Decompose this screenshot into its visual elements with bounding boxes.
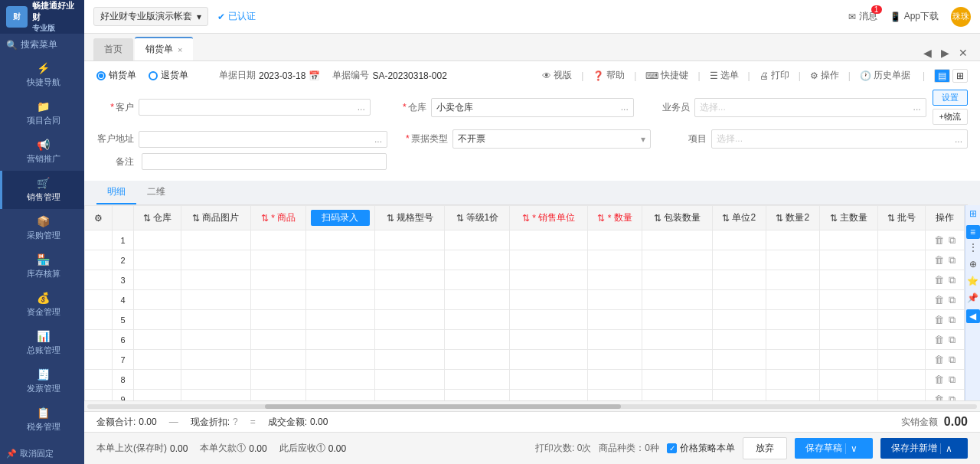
row-product[interactable] xyxy=(251,270,306,290)
row-image[interactable] xyxy=(181,270,250,290)
table-row[interactable]: 2 🗑 ⧉ xyxy=(85,250,965,270)
row-image[interactable] xyxy=(181,230,250,250)
row-sale-unit[interactable] xyxy=(510,370,587,390)
row-qty2[interactable] xyxy=(766,230,819,250)
customer-dots-btn[interactable]: ... xyxy=(358,102,365,113)
sidebar-item-tax[interactable]: 📋 税务管理 xyxy=(0,400,84,439)
sidebar-item-quicknav[interactable]: ⚡ 快捷导航 xyxy=(0,56,84,94)
row-copy-icon[interactable]: ⧉ xyxy=(949,374,956,386)
row-price1[interactable] xyxy=(445,290,510,310)
row-batch[interactable] xyxy=(878,350,926,370)
row-sale-unit[interactable] xyxy=(510,250,587,270)
row-unit2[interactable] xyxy=(712,390,766,401)
view-btn[interactable]: 👁 视版 xyxy=(539,67,575,83)
row-sale-unit[interactable] xyxy=(510,390,587,401)
tab-sale-order[interactable]: 销货单 × xyxy=(135,37,193,60)
row-warehouse[interactable] xyxy=(134,310,181,330)
row-quantity[interactable] xyxy=(587,370,642,390)
row-batch[interactable] xyxy=(878,370,926,390)
history-btn[interactable]: 🕐 历史单据 xyxy=(857,67,913,83)
row-pack-qty[interactable] xyxy=(642,350,712,370)
row-quantity[interactable] xyxy=(587,250,642,270)
row-pack-qty[interactable] xyxy=(642,290,712,310)
invoice-select[interactable]: 不开票 ▾ xyxy=(452,129,651,149)
row-quick-input[interactable] xyxy=(305,230,374,250)
row-quick-input[interactable] xyxy=(305,370,374,390)
sidebar-item-invoice[interactable]: 🧾 发票管理 xyxy=(0,362,84,400)
table-row[interactable]: 8 🗑 ⧉ xyxy=(85,370,965,390)
row-batch[interactable] xyxy=(878,270,926,290)
sidebar-item-sales[interactable]: 🛒 销售管理 xyxy=(0,171,84,209)
row-unit2[interactable] xyxy=(712,230,766,250)
row-quantity[interactable] xyxy=(587,310,642,330)
row-product[interactable] xyxy=(251,350,306,370)
save-new-btn[interactable]: 保存并新增 ∧ xyxy=(880,438,968,459)
row-batch[interactable] xyxy=(878,290,926,310)
address-input[interactable]: ... xyxy=(139,131,387,148)
row-delete-icon[interactable]: 🗑 xyxy=(934,314,944,325)
row-unit2[interactable] xyxy=(712,310,766,330)
row-product[interactable] xyxy=(251,290,306,310)
row-quick-input[interactable] xyxy=(305,390,374,401)
row-main-qty[interactable] xyxy=(819,310,878,330)
radio-sale[interactable]: 销货单 xyxy=(96,69,136,82)
row-main-qty[interactable] xyxy=(819,350,878,370)
row-image[interactable] xyxy=(181,350,250,370)
row-qty2[interactable] xyxy=(766,350,819,370)
row-spec[interactable] xyxy=(375,290,445,310)
col-settings[interactable]: ⚙ xyxy=(85,206,113,230)
row-product[interactable] xyxy=(251,330,306,350)
row-product[interactable] xyxy=(251,310,306,330)
select-btn[interactable]: ☰ 选单 xyxy=(707,67,742,83)
row-qty2[interactable] xyxy=(766,290,819,310)
row-spec[interactable] xyxy=(375,370,445,390)
table-row[interactable]: 3 🗑 ⧉ xyxy=(85,270,965,290)
row-copy-icon[interactable]: ⧉ xyxy=(949,294,956,306)
row-sale-unit[interactable] xyxy=(510,290,587,310)
list-view-btn[interactable]: ▤ xyxy=(934,69,950,83)
row-warehouse[interactable] xyxy=(134,370,181,390)
row-qty2[interactable] xyxy=(766,270,819,290)
table-row[interactable]: 9 🗑 ⧉ xyxy=(85,390,965,401)
row-batch[interactable] xyxy=(878,310,926,330)
row-pack-qty[interactable] xyxy=(642,370,712,390)
save-draft-btn[interactable]: 保存草稿 ∨ xyxy=(795,438,873,459)
right-panel-icon-2[interactable]: ≡ xyxy=(966,225,980,239)
row-unit2[interactable] xyxy=(712,350,766,370)
project-input[interactable]: 选择... ... xyxy=(711,129,968,149)
row-pack-qty[interactable] xyxy=(642,390,712,401)
row-delete-icon[interactable]: 🗑 xyxy=(934,334,944,345)
operations-btn[interactable]: ⚙ 操作 xyxy=(807,67,842,83)
row-quantity[interactable] xyxy=(587,330,642,350)
row-product[interactable] xyxy=(251,230,306,250)
row-pack-qty[interactable] xyxy=(642,230,712,250)
row-quick-input[interactable] xyxy=(305,330,374,350)
scroll-bar[interactable] xyxy=(87,404,977,409)
row-delete-icon[interactable]: 🗑 xyxy=(934,394,944,400)
tab-prev-btn[interactable]: ◀ xyxy=(920,45,935,60)
row-qty2[interactable] xyxy=(766,310,819,330)
row-quantity[interactable] xyxy=(587,270,642,290)
row-pack-qty[interactable] xyxy=(642,310,712,330)
row-copy-icon[interactable]: ⧉ xyxy=(949,274,956,286)
add-logistics-btn[interactable]: +物流 xyxy=(933,109,968,125)
help-btn[interactable]: ❓ 帮助 xyxy=(590,67,628,83)
row-image[interactable] xyxy=(181,330,250,350)
row-main-qty[interactable] xyxy=(819,270,878,290)
row-qty2[interactable] xyxy=(766,390,819,401)
sidebar-bottom[interactable]: 📌 取消固定 xyxy=(0,443,84,464)
row-warehouse[interactable] xyxy=(134,390,181,401)
row-batch[interactable] xyxy=(878,230,926,250)
row-warehouse[interactable] xyxy=(134,250,181,270)
row-batch[interactable] xyxy=(878,330,926,350)
row-copy-icon[interactable]: ⧉ xyxy=(949,254,956,266)
discount-help-icon[interactable]: ? xyxy=(233,417,238,427)
row-warehouse[interactable] xyxy=(134,290,181,310)
row-quick-input[interactable] xyxy=(305,310,374,330)
row-copy-icon[interactable]: ⧉ xyxy=(949,354,956,366)
row-spec[interactable] xyxy=(375,390,445,401)
setup-btn[interactable]: 设置 xyxy=(933,90,968,106)
right-panel-icon-5[interactable]: ⭐ xyxy=(966,276,980,289)
sidebar-item-inventory[interactable]: 🏪 库存核算 xyxy=(0,247,84,286)
row-main-qty[interactable] xyxy=(819,290,878,310)
